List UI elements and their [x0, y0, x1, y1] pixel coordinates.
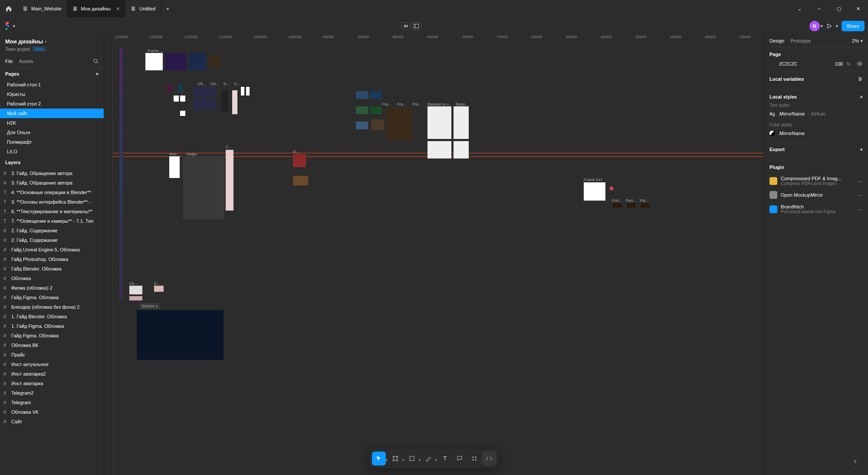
frame-thumb[interactable] [356, 91, 368, 99]
frame-thumb[interactable] [221, 90, 228, 112]
layer-item[interactable]: #Прайс [0, 350, 104, 360]
frame-thumb[interactable] [246, 87, 250, 96]
frame-label[interactable]: О5... [210, 82, 219, 86]
layer-item[interactable]: #Сайт [0, 417, 104, 426]
frame-thumb[interactable] [427, 106, 451, 139]
frame-thumb[interactable] [208, 56, 221, 66]
frame-thumb[interactable] [201, 99, 208, 109]
present-button[interactable] [826, 23, 832, 29]
visibility-icon[interactable] [857, 61, 863, 67]
layer-item[interactable]: #Гайд Figma. Обложка [0, 331, 104, 340]
chevron-down-icon[interactable]: ▾ [419, 458, 421, 465]
frame-thumb[interactable] [226, 150, 233, 211]
frame-thumb[interactable] [174, 96, 179, 102]
tab-design[interactable]: Design [769, 38, 784, 43]
frame-thumb[interactable] [165, 53, 187, 70]
add-export-button[interactable]: + [860, 147, 863, 152]
layer-item[interactable]: #Блендер (обложка без фона) 2 [0, 302, 104, 312]
section-label[interactable]: Section 1 [139, 303, 161, 309]
pen-tool[interactable] [421, 452, 435, 465]
layer-item[interactable]: T4. **Основные операции в Blender** [0, 188, 104, 197]
color-swatch[interactable] [769, 60, 776, 67]
chevron-down-icon[interactable]: ▾ [435, 458, 437, 465]
layer-item[interactable]: #Telegram2 [0, 388, 104, 398]
frame-thumb[interactable] [193, 99, 200, 109]
page-item[interactable]: Рабочий стол 2 [0, 99, 104, 109]
frame-label[interactable]: Рефы [187, 152, 197, 156]
tab-my-designs[interactable]: Мои дизайны ✕ [67, 0, 125, 17]
dev-mode-tool[interactable] [482, 452, 496, 465]
layer-item[interactable]: #Гайд Unreal Engine 5. Обложка [0, 245, 104, 254]
frame-thumb[interactable] [180, 111, 185, 116]
chevron-down-icon[interactable]: ▾ [45, 40, 47, 44]
frame-label[interactable]: D... [154, 281, 160, 286]
page-item[interactable]: LILO [0, 147, 104, 156]
settings-icon[interactable] [858, 76, 863, 82]
opacity-value[interactable]: 100 [835, 61, 843, 66]
ai-toggle[interactable]: AI [401, 22, 410, 30]
frame-label[interactable]: De... [129, 281, 138, 286]
frame-thumb[interactable] [183, 156, 224, 219]
frame-label[interactable]: Фон... [169, 152, 180, 156]
layer-item[interactable]: T6. **Текстурирование и материалы** [0, 207, 104, 216]
layer-item[interactable]: T3. **Основы интерфейса Blender** - [0, 197, 104, 207]
frame-tool[interactable] [388, 452, 402, 465]
page-item[interactable]: Для Ольги [0, 128, 104, 137]
layer-item[interactable]: #Инст аватарка [0, 379, 104, 388]
plugin-row[interactable]: Compresssed PDF & Imag...Compress PDFs a… [769, 173, 863, 188]
text-style-row[interactable]: Ag .MirrorName · 40/Auto [769, 109, 863, 118]
tab-file[interactable]: File [5, 59, 13, 64]
tab-assets[interactable]: Assets [19, 59, 33, 64]
frame-label[interactable]: Варианты о... [427, 102, 452, 106]
page-item[interactable]: Поликрафт [0, 137, 104, 147]
frame-thumb[interactable] [209, 87, 216, 97]
tab-prototype[interactable]: Prototype [790, 38, 811, 43]
frame-thumb[interactable] [232, 90, 237, 114]
frame-label[interactable]: C... [234, 82, 240, 86]
frame-thumb[interactable] [641, 203, 649, 208]
frame-thumb[interactable] [584, 182, 605, 201]
color-style-row[interactable]: .MirrorName [769, 129, 863, 138]
layer-item[interactable]: #3. Гайд. Обращение автора [0, 168, 104, 178]
layer-item[interactable]: #2. Гайд. Содержание [0, 235, 104, 245]
home-tab[interactable] [0, 0, 17, 17]
layer-item[interactable]: #Обложка VK [0, 407, 104, 417]
frame-thumb[interactable] [154, 286, 164, 292]
tab-main-website[interactable]: Main_Website [17, 0, 67, 17]
text-tool[interactable]: T [438, 452, 452, 465]
frame-thumb[interactable] [180, 96, 185, 102]
frame-label[interactable]: D... [224, 82, 230, 86]
layer-item[interactable]: #Инст аватарка2 [0, 369, 104, 379]
frame-thumb[interactable] [293, 154, 306, 167]
frame-thumb[interactable] [119, 48, 123, 300]
frame-thumb[interactable] [427, 141, 451, 158]
canvas[interactable]: Frame ... Об... О5... D... C... [113, 43, 764, 475]
zoom-control[interactable]: 2% ▾ [852, 38, 863, 43]
frame-thumb[interactable] [386, 108, 412, 140]
section-frame[interactable] [137, 310, 224, 360]
remove-plugin-button[interactable]: — [858, 178, 863, 184]
frame-thumb[interactable] [371, 119, 384, 130]
layer-item[interactable]: #Гайд Blender. Обложка [0, 264, 104, 274]
layer-item[interactable]: T7. **Освещение и камеры** - 7.1. Тип [0, 216, 104, 226]
frame-label[interactable]: Об... [197, 82, 206, 86]
plugin-row[interactable]: Open MockupMirror— [769, 188, 863, 201]
figma-menu[interactable]: ▾ [3, 22, 15, 30]
frame-thumb[interactable] [189, 53, 206, 70]
close-icon[interactable]: ✕ [116, 6, 120, 12]
layer-item[interactable]: #Обложка [0, 274, 104, 283]
layer-item[interactable]: #1. Гайд Blender. Обложка [0, 312, 104, 321]
page-item[interactable]: Юристы [0, 89, 104, 99]
layer-item[interactable]: #2. Гайд. Содержание [0, 226, 104, 235]
frame-thumb[interactable] [129, 296, 142, 300]
chevron-down-icon[interactable]: ▾ [836, 24, 838, 28]
frame-thumb[interactable] [241, 87, 244, 96]
layer-item[interactable]: #Telegram [0, 398, 104, 407]
close-button[interactable]: ✕ [848, 0, 868, 17]
frame-label[interactable]: Port... [612, 198, 622, 203]
layer-item[interactable]: #3. Гайд. Обращение автора [0, 178, 104, 188]
frame-thumb[interactable] [610, 187, 613, 190]
frame-thumb[interactable] [209, 99, 216, 109]
frame-thumb[interactable] [613, 203, 621, 208]
frame-label[interactable]: Por... [640, 198, 649, 203]
